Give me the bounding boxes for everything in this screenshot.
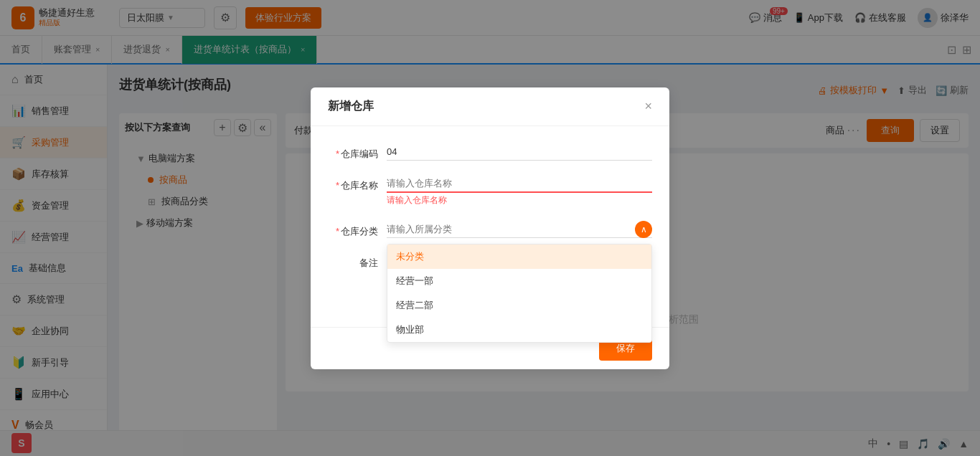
category-input[interactable] bbox=[387, 221, 652, 238]
form-item-category: 仓库分类 ∧ 未分类 经营一部 经营二部 物业部 bbox=[328, 221, 652, 238]
form-item-name: 仓库名称 请输入仓库名称 bbox=[328, 175, 652, 206]
code-label: 仓库编码 bbox=[328, 143, 378, 161]
name-label: 仓库名称 bbox=[328, 175, 378, 192]
dropdown-item-0[interactable]: 未分类 bbox=[387, 244, 651, 269]
modal-dialog: 新增仓库 × 仓库编码 仓库名称 请输入仓库名称 仓库分类 bbox=[311, 87, 669, 369]
code-input[interactable] bbox=[387, 143, 652, 161]
modal-body: 仓库编码 仓库名称 请输入仓库名称 仓库分类 ∧ bbox=[311, 126, 669, 327]
dropdown-item-1[interactable]: 经营一部 bbox=[387, 269, 651, 293]
category-dropdown: 未分类 经营一部 经营二部 物业部 bbox=[387, 244, 652, 343]
form-item-code: 仓库编码 bbox=[328, 143, 652, 161]
modal-header: 新增仓库 × bbox=[311, 87, 669, 126]
modal-close-button[interactable]: × bbox=[644, 99, 652, 114]
modal-title: 新增仓库 bbox=[328, 99, 374, 114]
name-input[interactable] bbox=[387, 175, 652, 193]
name-error-msg: 请输入仓库名称 bbox=[387, 194, 652, 206]
modal-overlay: 新增仓库 × 仓库编码 仓库名称 请输入仓库名称 仓库分类 bbox=[0, 0, 980, 456]
dropdown-item-3[interactable]: 物业部 bbox=[387, 318, 651, 342]
code-wrap bbox=[387, 143, 652, 161]
category-label: 仓库分类 bbox=[328, 221, 378, 238]
category-dropdown-toggle[interactable]: ∧ bbox=[635, 221, 652, 238]
category-select-wrap: ∧ 未分类 经营一部 经营二部 物业部 bbox=[387, 221, 652, 238]
remark-label: 备注 bbox=[328, 252, 378, 270]
name-wrap: 请输入仓库名称 bbox=[387, 175, 652, 206]
dropdown-item-2[interactable]: 经营二部 bbox=[387, 293, 651, 318]
category-wrap: ∧ 未分类 经营一部 经营二部 物业部 bbox=[387, 221, 652, 238]
